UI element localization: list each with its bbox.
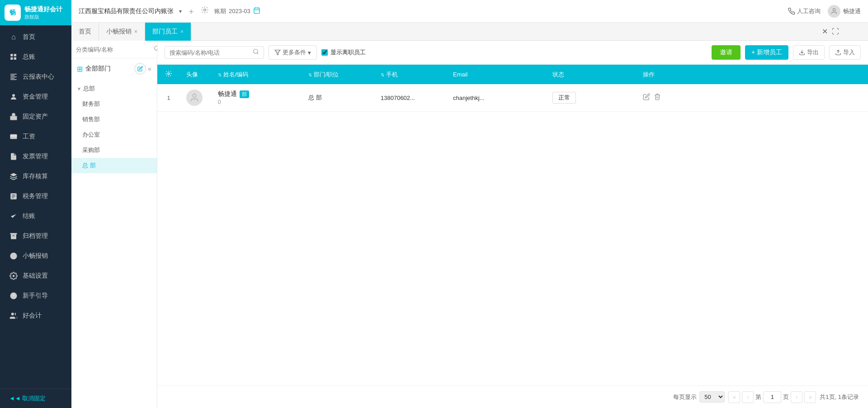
status-badge: 正常 <box>552 92 576 104</box>
dept-item-label: 销售部 <box>82 115 100 123</box>
first-page-button[interactable]: « <box>728 391 740 403</box>
prev-page-button[interactable]: ‹ <box>742 391 754 403</box>
support-button[interactable]: 人工咨询 <box>788 7 821 15</box>
search-icon[interactable] <box>253 48 259 57</box>
dept-item-general[interactable]: 总 部 <box>71 158 157 173</box>
delete-button[interactable] <box>654 93 661 102</box>
sidebar-item-label: 总账 <box>23 53 35 61</box>
col-settings[interactable] <box>157 65 180 84</box>
col-name-code[interactable]: ⇅ 姓名/编码 <box>212 65 302 84</box>
main-area: 江西服宝精品有限责任公司内账张 ▾ ＋ 账期 2023-03 人工咨询 畅捷通 <box>71 0 868 408</box>
employee-name: 畅捷通 <box>218 90 237 98</box>
invoice-icon <box>9 152 18 161</box>
sidebar-item-xiaochang[interactable]: 小畅报销 <box>0 246 71 266</box>
dept-item-general-parent[interactable]: ▼ 总部 <box>71 81 157 96</box>
close-xiaochang-tab[interactable]: × <box>134 28 137 35</box>
sidebar-item-fixed-assets[interactable]: 固定资产 <box>0 107 71 127</box>
cell-phone: 138070602... <box>374 84 447 112</box>
unpin-button[interactable]: ◄◄ 取消固定 <box>0 389 71 408</box>
svg-rect-0 <box>10 54 13 56</box>
tab-dept-employees[interactable]: 部门员工 × <box>145 23 191 41</box>
edit-button[interactable] <box>643 93 650 102</box>
logo-subtitle: 旗舰版 <box>24 14 62 20</box>
tab-xiaochang-expense[interactable]: 小畅报销 × <box>99 23 145 41</box>
show-resigned-toggle[interactable]: 显示离职员工 <box>321 48 366 57</box>
sidebar-item-inventory[interactable]: 库存核算 <box>0 166 71 186</box>
dept-search-box <box>71 41 157 58</box>
col-phone[interactable]: ⇅ 手机 <box>374 65 447 84</box>
cell-actions <box>637 84 868 112</box>
svg-point-12 <box>204 9 206 11</box>
svg-rect-3 <box>14 57 16 60</box>
collapse-panel-button[interactable]: « <box>148 65 151 72</box>
topbar-right: 人工咨询 畅捷通 <box>788 5 861 18</box>
next-page-button[interactable]: › <box>791 391 802 403</box>
dept-search-input[interactable] <box>76 46 152 53</box>
sidebar-item-invoice[interactable]: 发票管理 <box>0 147 71 166</box>
add-dept-button[interactable] <box>134 63 146 75</box>
home-icon: ⌂ <box>9 33 18 42</box>
grid-icon: ⊞ <box>77 65 83 73</box>
dept-item-finance[interactable]: 财务部 <box>71 96 157 112</box>
account-period: 账期 2023-03 <box>214 7 260 15</box>
calendar-icon[interactable] <box>253 7 260 15</box>
col-dept-position[interactable]: ⇅ 部门/职位 <box>302 65 374 84</box>
add-employee-button[interactable]: + 新增员工 <box>745 45 788 60</box>
sidebar-item-tax[interactable]: 税务管理 <box>0 186 71 206</box>
support-label: 人工咨询 <box>797 7 821 15</box>
svg-rect-13 <box>254 8 259 14</box>
svg-point-4 <box>12 94 15 97</box>
department-tree: ▼ 总部 财务部 销售部 办公室 采购部 总 部 <box>71 79 157 408</box>
assets-mgmt-icon <box>9 92 18 101</box>
show-resigned-label: 显示离职员工 <box>330 48 366 57</box>
sidebar-item-salary[interactable]: 工资 <box>0 127 71 147</box>
sidebar-item-assets-mgmt[interactable]: 资金管理 <box>0 87 71 107</box>
fullscreen-button[interactable]: ⛶ <box>830 26 841 37</box>
sidebar-item-label: 税务管理 <box>23 192 48 200</box>
period-label: 账期 <box>214 7 226 15</box>
sidebar-item-closing[interactable]: 结账 <box>0 206 71 226</box>
sidebar-item-settings[interactable]: 基础设置 <box>0 266 71 286</box>
per-page-select[interactable]: 50 10 20 100 <box>699 391 725 403</box>
employee-search-input[interactable] <box>170 49 250 56</box>
dept-item-label: 总 部 <box>82 161 96 170</box>
export-button[interactable]: 导出 <box>793 45 825 60</box>
sidebar-item-archive[interactable]: 归档管理 <box>0 226 71 246</box>
user-name: 畅捷通 <box>843 7 861 15</box>
page-unit: 页 <box>783 393 789 401</box>
col-email: Email <box>447 65 546 84</box>
dept-item-sales[interactable]: 销售部 <box>71 112 157 127</box>
sidebar-item-reports[interactable]: 云报表中心 <box>0 67 71 87</box>
page-navigation: « ‹ 第 页 › » <box>728 391 816 403</box>
sidebar-item-ledger[interactable]: 总账 <box>0 47 71 67</box>
sidebar-item-home[interactable]: ⌂ 首页 <box>0 27 71 47</box>
last-page-button[interactable]: » <box>804 391 816 403</box>
sidebar-item-label: 结账 <box>23 212 35 220</box>
tab-home[interactable]: 首页 <box>71 23 99 41</box>
inventory-icon <box>9 172 18 181</box>
company-dropdown-icon[interactable]: ▾ <box>179 8 182 14</box>
invite-button[interactable]: 邀请 <box>712 45 741 60</box>
all-dept-label: 全部部门 <box>85 65 111 73</box>
import-button[interactable]: 导入 <box>829 45 861 60</box>
add-company-button[interactable]: ＋ <box>187 6 195 17</box>
sidebar-item-guide[interactable]: 新手引导 <box>0 286 71 306</box>
dept-header-actions: « <box>134 63 151 75</box>
close-dept-tab[interactable]: × <box>180 28 184 35</box>
dept-item-purchase[interactable]: 采购部 <box>71 142 157 158</box>
show-resigned-checkbox[interactable] <box>321 49 328 56</box>
close-all-tabs-button[interactable]: ✕ <box>819 26 830 37</box>
action-buttons <box>643 93 862 102</box>
more-filter-button[interactable]: 更多条件 ▾ <box>269 45 317 60</box>
dept-item-office[interactable]: 办公室 <box>71 127 157 142</box>
settings-button[interactable] <box>201 6 209 16</box>
user-menu[interactable]: 畅捷通 <box>828 5 861 18</box>
archive-icon <box>9 232 18 241</box>
dept-item-label: 办公室 <box>82 131 100 139</box>
sidebar-item-partner[interactable]: 好会计 <box>0 306 71 326</box>
guide-icon <box>9 291 18 300</box>
sidebar-item-label: 云报表中心 <box>23 73 54 81</box>
fixed-assets-icon <box>9 112 18 121</box>
page-input[interactable] <box>763 391 781 403</box>
cell-name-code: 畅捷通 部 0 <box>212 84 302 112</box>
